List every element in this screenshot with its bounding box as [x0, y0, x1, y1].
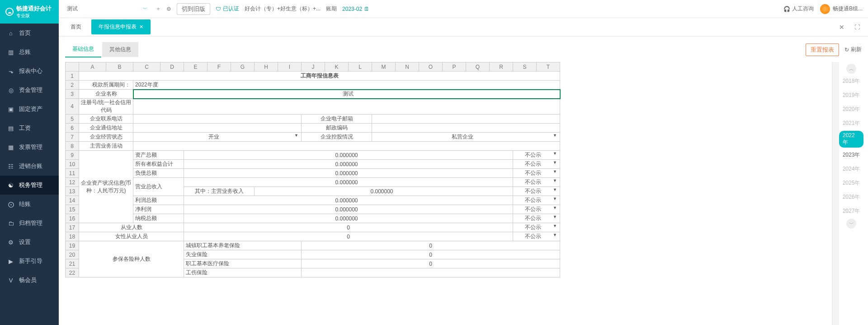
- nav-vip[interactable]: V畅会员: [0, 271, 59, 290]
- row-22[interactable]: 22: [66, 268, 79, 277]
- year-2020[interactable]: 2020年: [841, 103, 862, 116]
- col-H[interactable]: H: [255, 62, 278, 72]
- equity-disclosure[interactable]: 不公示▼: [513, 160, 560, 169]
- nav-salary[interactable]: ▤工资: [0, 119, 59, 138]
- row-19[interactable]: 19: [66, 241, 79, 250]
- revenue-disclosure[interactable]: 不公示▼: [513, 178, 560, 187]
- main-biz-cell[interactable]: [133, 142, 560, 151]
- avatar[interactable]: [820, 4, 830, 14]
- nav-tax[interactable]: ☯税务管理: [0, 176, 59, 195]
- refresh-button[interactable]: ↻ 刷新: [844, 46, 862, 53]
- row-9[interactable]: 9: [66, 151, 79, 160]
- year-down-button[interactable]: ﹀: [846, 219, 856, 229]
- row-3[interactable]: 3: [66, 90, 79, 99]
- net-profit-disclosure[interactable]: 不公示▼: [513, 205, 560, 214]
- close-all-button[interactable]: ✕: [835, 22, 848, 33]
- row-21[interactable]: 21: [66, 259, 79, 268]
- row-8[interactable]: 8: [66, 142, 79, 151]
- row-1[interactable]: 1: [66, 72, 79, 81]
- email-cell[interactable]: [372, 115, 560, 124]
- net-profit-value[interactable]: 0.000000: [184, 205, 513, 214]
- col-F[interactable]: F: [208, 62, 231, 72]
- tax-total-disclosure[interactable]: 不公示▼: [513, 214, 560, 223]
- fullscreen-icon[interactable]: ⛶: [851, 22, 863, 32]
- year-2023[interactable]: 2023年: [841, 148, 862, 162]
- settings-button[interactable]: ⚙: [166, 6, 171, 12]
- medical-value[interactable]: 0: [302, 259, 560, 268]
- nav-reports[interactable]: ⬎报表中心: [0, 62, 59, 81]
- female-employees-value[interactable]: 0: [184, 232, 513, 241]
- col-J[interactable]: J: [302, 62, 325, 72]
- status-select[interactable]: 开业▼: [133, 133, 302, 142]
- liabilities-disclosure[interactable]: 不公示▼: [513, 169, 560, 178]
- row-7[interactable]: 7: [66, 133, 79, 142]
- row-10[interactable]: 10: [66, 160, 79, 169]
- col-N[interactable]: N: [396, 62, 419, 72]
- reset-button[interactable]: 重置报表: [806, 43, 839, 56]
- row-6[interactable]: 6: [66, 124, 79, 133]
- year-2026[interactable]: 2026年: [841, 191, 862, 204]
- total-assets-disclosure[interactable]: 不公示▼: [513, 151, 560, 160]
- year-2018[interactable]: 2018年: [841, 75, 862, 88]
- add-button[interactable]: ＋: [156, 5, 161, 13]
- col-A[interactable]: A: [79, 62, 106, 72]
- employees-value[interactable]: 0: [184, 223, 513, 232]
- year-2022[interactable]: 2022年: [839, 131, 863, 148]
- col-K[interactable]: K: [325, 62, 349, 72]
- profit-disclosure[interactable]: 不公示▼: [513, 196, 560, 205]
- col-R[interactable]: R: [490, 62, 513, 72]
- nav-archive[interactable]: 🗀归档管理: [0, 214, 59, 233]
- col-D[interactable]: D: [160, 62, 184, 72]
- nav-funds[interactable]: ◎资金管理: [0, 81, 59, 100]
- year-2025[interactable]: 2025年: [841, 177, 862, 190]
- row-17[interactable]: 17: [66, 223, 79, 232]
- col-G[interactable]: G: [231, 62, 255, 72]
- row-14[interactable]: 14: [66, 196, 79, 205]
- pension-value[interactable]: 0: [302, 241, 560, 250]
- year-2027[interactable]: 2027年: [841, 205, 862, 218]
- tax-total-value[interactable]: 0.000000: [184, 214, 513, 223]
- col-B[interactable]: B: [106, 62, 133, 72]
- col-O[interactable]: O: [419, 62, 443, 72]
- company-name-cell[interactable]: 测试: [133, 90, 560, 99]
- year-2019[interactable]: 2019年: [841, 89, 862, 102]
- corner-cell[interactable]: [66, 62, 79, 72]
- unemployment-value[interactable]: 0: [302, 250, 560, 259]
- tab-home[interactable]: 首页: [63, 19, 89, 34]
- nav-home[interactable]: ⌂首页: [0, 24, 59, 43]
- row-13[interactable]: 13: [66, 187, 79, 196]
- employees-disclosure[interactable]: 不公示▼: [513, 223, 560, 232]
- injury-value[interactable]: [302, 268, 560, 277]
- col-C[interactable]: C: [133, 62, 160, 72]
- row-12[interactable]: 12: [66, 178, 79, 187]
- col-T[interactable]: T: [537, 62, 560, 72]
- year-2021[interactable]: 2021年: [841, 117, 862, 130]
- row-5[interactable]: 5: [66, 115, 79, 124]
- nav-ledger[interactable]: ▥总账: [0, 43, 59, 62]
- year-2024[interactable]: 2024年: [841, 162, 862, 176]
- nav-guide[interactable]: ▶新手引导: [0, 252, 59, 271]
- period-selector[interactable]: 2023-02 🗓: [342, 6, 369, 12]
- female-employees-disclosure[interactable]: 不公示▼: [513, 232, 560, 241]
- col-Q[interactable]: Q: [466, 62, 490, 72]
- col-I[interactable]: I: [278, 62, 302, 72]
- postcode-cell[interactable]: [372, 124, 560, 133]
- total-assets-value[interactable]: 0.000000: [184, 151, 513, 160]
- col-S[interactable]: S: [513, 62, 537, 72]
- row-15[interactable]: 15: [66, 205, 79, 214]
- col-P[interactable]: P: [443, 62, 466, 72]
- nav-fixed-assets[interactable]: ▣固定资产: [0, 100, 59, 119]
- nav-close[interactable]: ⨀结账: [0, 195, 59, 214]
- reg-code-cell[interactable]: [133, 99, 560, 115]
- row-18[interactable]: 18: [66, 232, 79, 241]
- scrollbar[interactable]: [832, 62, 839, 325]
- subtab-other[interactable]: 其他信息: [102, 42, 138, 57]
- address-cell[interactable]: [133, 124, 302, 133]
- subtab-basic[interactable]: 基础信息: [65, 42, 101, 57]
- col-E[interactable]: E: [184, 62, 208, 72]
- main-revenue-value[interactable]: 0.000000: [255, 187, 513, 196]
- row-4[interactable]: 4: [66, 99, 79, 115]
- revenue-value[interactable]: 0.000000: [184, 178, 513, 187]
- year-up-button[interactable]: ︿: [846, 64, 856, 74]
- user-name[interactable]: 畅捷通B组...: [833, 5, 863, 13]
